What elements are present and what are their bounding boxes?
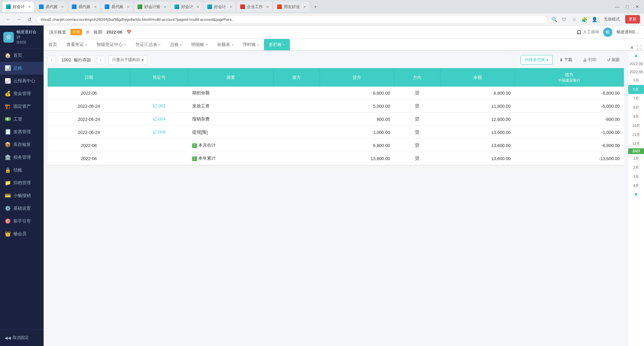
update-button[interactable]: 更新 [625, 15, 640, 23]
sidebar-item-expense[interactable]: 💳 小畅报销 [0, 189, 44, 202]
special-multi-button[interactable]: 特殊多栏账 ▾ [521, 55, 553, 65]
month-scroll-down-button[interactable]: ▼ [632, 190, 640, 199]
voucher-link[interactable]: 记-006 [153, 130, 166, 135]
next-account-button[interactable]: › [97, 56, 105, 64]
sidebar-item-tax[interactable]: 🏛️ 税务管理 [0, 151, 44, 164]
tab-home[interactable]: 首页 [44, 39, 62, 51]
tab-balance-sheet[interactable]: 余额表 × [212, 39, 238, 51]
sidebar-item-invoice[interactable]: 🧾 发票管理 [0, 126, 44, 138]
tab-close-1-icon[interactable]: ✕ [61, 5, 64, 9]
sidebar-item-vip[interactable]: 👑 畅会员 [0, 228, 44, 240]
table-row[interactable]: 2022-06-24 记-006 提现[预] 1,000.00 贷 13,600… [48, 126, 624, 139]
month-item-11[interactable]: 11月 [628, 130, 644, 139]
browser-tab-2[interactable]: 易代账 ✕ [68, 2, 100, 12]
sidebar-item-inventory[interactable]: 📦 库存核算 [0, 138, 44, 151]
url-input[interactable]: cloud2.chanjet.com/accounting/uh26t264j5… [36, 15, 547, 24]
calendar-icon[interactable]: 📅 [126, 30, 131, 35]
tab-close-4-icon[interactable]: ✕ [164, 5, 166, 9]
tab-close-detailed-ledger-icon[interactable]: × [206, 43, 208, 47]
month-item-2022-06-a[interactable]: 2022.06 [628, 60, 644, 68]
window-minimize-icon[interactable]: — [613, 3, 621, 11]
cell-voucher[interactable]: 记-006 [130, 126, 188, 139]
extensions-icon[interactable]: 🧩 [580, 15, 588, 23]
tab-bar-collapse-icon[interactable]: ✕ [630, 45, 634, 50]
tab-close-balance-sheet-icon[interactable]: × [231, 43, 233, 47]
browser-tab-7[interactable]: 好会计 ✕ [204, 2, 235, 12]
browser-tab-active[interactable]: 好会计 ✕ [3, 2, 34, 12]
month-item-5[interactable]: 5月 [628, 76, 644, 85]
forward-button[interactable]: → [15, 15, 23, 23]
tab-close-9-icon[interactable]: ✕ [303, 5, 306, 9]
tab-close-3-icon[interactable]: ✕ [127, 5, 129, 9]
sidebar-item-home[interactable]: 🏠 首页 [0, 49, 44, 62]
refresh-ledger-button[interactable]: ↺ 刷新 [603, 55, 624, 65]
search-icon[interactable]: 🔍 [550, 15, 558, 23]
sidebar-item-settings[interactable]: ⚙️ 基础设置 [0, 202, 44, 215]
browser-tab-8[interactable]: 企业工作 ✕ [237, 2, 272, 12]
incognito-button[interactable]: 无痕模式 [600, 15, 623, 23]
sidebar-item-close-accounts[interactable]: 🔒 结账 [0, 164, 44, 177]
settings-icon[interactable]: ⚙ [86, 30, 90, 35]
new-tab-button[interactable]: ＋ [311, 2, 320, 11]
tab-voucher-summary[interactable]: 凭证汇总表 × [131, 39, 165, 51]
tab-view-voucher[interactable]: 查看凭证 × [62, 39, 92, 51]
tab-close-7-icon[interactable]: ✕ [229, 5, 232, 9]
tab-close-smart-voucher-icon[interactable]: × [124, 43, 126, 47]
table-row[interactable]: 2022-06 Σ本月合计 6,800.00 贷 13,600.00 -6,80… [48, 139, 624, 152]
browser-tab-3[interactable]: 易代账 ✕ [101, 2, 133, 12]
browser-tab-9[interactable]: 用友好业 ✕ [274, 2, 309, 12]
tab-sequence-ledger[interactable]: 序时账 × [238, 39, 264, 51]
month-item-2022-06-b[interactable]: 2022.06 [628, 68, 644, 76]
back-button[interactable]: ← [4, 15, 12, 23]
filter-dropdown[interactable]: 只显示下级科目 ▾ [108, 55, 147, 64]
unpin-button[interactable]: ◀◀ 取消固定 [5, 333, 39, 343]
browser-tab-4[interactable]: 好会计账 ✕ [134, 2, 170, 12]
month-item-2023-3[interactable]: 3月 [628, 172, 644, 181]
tab-detailed-ledger[interactable]: 明细账 × [186, 39, 212, 51]
table-row[interactable]: 2022-06 期初余额 6,800.00 贷 6,800.00 -6,800.… [48, 87, 624, 100]
tab-close-2-icon[interactable]: ✕ [94, 5, 97, 9]
month-item-10[interactable]: 10月 [628, 121, 644, 130]
month-scroll-up-button[interactable]: ▲ [632, 51, 640, 60]
window-close-icon[interactable]: ✕ [633, 3, 641, 11]
tab-smart-voucher[interactable]: 智能凭证中心 × [92, 39, 131, 51]
table-row[interactable]: 2022-06-24 记-002 发放工资 5,000.00 贷 11,800.… [48, 100, 624, 113]
voucher-link[interactable]: 记-002 [153, 103, 166, 108]
prev-account-button[interactable]: ‹ [48, 56, 56, 64]
bottom-scrollbar[interactable] [48, 165, 624, 169]
refresh-button[interactable]: ↺ [25, 15, 34, 23]
sidebar-item-ledger[interactable]: 📊 总账 [0, 62, 44, 75]
tab-multi-column[interactable]: 多栏账 × [264, 39, 290, 51]
table-row[interactable]: 2022-06 Σ本年累计 13,600.00 贷 13,600.00 -13,… [48, 152, 624, 165]
tab-general-ledger[interactable]: 总账 × [165, 39, 187, 51]
month-item-6[interactable]: 6月 [628, 85, 644, 94]
sidebar-item-salary[interactable]: 💵 工资 [0, 113, 44, 126]
tab-close-8-icon[interactable]: ✕ [266, 5, 269, 9]
cell-voucher[interactable]: 记-004 [130, 113, 188, 126]
browser-tab-6[interactable]: 好会计 ✕ [171, 2, 203, 12]
month-item-7[interactable]: 7月 [628, 94, 644, 103]
shield-icon[interactable]: 🛡 [560, 15, 568, 23]
window-maximize-icon[interactable]: □ [623, 3, 631, 11]
star-icon[interactable]: ☆ [570, 15, 578, 23]
tab-close-6-icon[interactable]: ✕ [197, 5, 199, 9]
month-item-12[interactable]: 12月 [628, 139, 644, 148]
profile-icon[interactable]: 👤 [590, 15, 598, 23]
month-item-9[interactable]: 9月 [628, 112, 644, 121]
cell-voucher[interactable]: 记-002 [130, 100, 188, 113]
month-item-2023-4[interactable]: 4月 [628, 181, 644, 190]
tab-bar-expand-icon[interactable]: ⛶ [637, 45, 641, 50]
download-button[interactable]: ⬇ 下载 [555, 55, 576, 65]
table-row[interactable]: 2022-06-24 记-004 报销杂费 800.00 贷 12,600.00… [48, 113, 624, 126]
tab-close-view-voucher-icon[interactable]: × [85, 43, 87, 47]
tab-close-general-ledger-icon[interactable]: × [180, 43, 182, 47]
sidebar-item-reports[interactable]: 📈 云报表中心 [0, 75, 44, 87]
month-item-2023-2[interactable]: 2月 [628, 163, 644, 172]
tab-close-icon[interactable]: ✕ [28, 5, 31, 9]
month-item-8[interactable]: 8月 [628, 103, 644, 112]
sidebar-item-funds[interactable]: 💰 资金管理 [0, 87, 44, 100]
month-item-2023-1[interactable]: 1月 [628, 154, 644, 163]
sidebar-item-archive[interactable]: 📁 归档管理 [0, 177, 44, 189]
support-button[interactable]: 🎧 人工咨询 [577, 29, 599, 35]
sidebar-item-assets[interactable]: 🏗️ 固定资产 [0, 100, 44, 113]
